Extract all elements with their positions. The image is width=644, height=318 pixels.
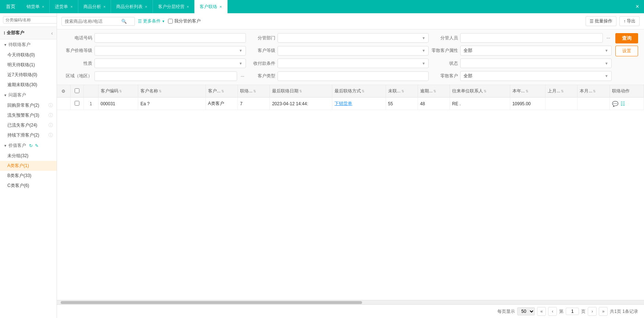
last-method-link[interactable]: 下销货单 (334, 101, 352, 106)
sidebar-item-class-a[interactable]: A类客户(1) (0, 161, 57, 171)
sidebar-item-class-b[interactable]: B类客户(33) (0, 171, 57, 181)
nav-tab-4[interactable]: 客户分层经营 × (153, 0, 194, 13)
query-button[interactable]: 查询 (615, 33, 638, 43)
export-button[interactable]: ↑ 导出 (619, 16, 640, 26)
dept-select[interactable]: ▼ (278, 33, 429, 43)
col-contact-count-header[interactable]: 联络...⇅ (237, 85, 269, 98)
row-this-year: 10995.00 (510, 98, 545, 110)
retail-attr-label: 零散客户属性 (429, 47, 458, 54)
close-icon-0[interactable]: × (42, 4, 44, 9)
col-code-header[interactable]: 客户编码⇅ (98, 85, 138, 98)
select-all-checkbox[interactable] (75, 88, 79, 93)
type-input[interactable] (278, 71, 429, 81)
nav-home[interactable]: 首页 (0, 0, 21, 13)
filter-more-button[interactable]: ☰ 更多条件 ▼ (138, 18, 165, 24)
my-customers-checkbox[interactable]: 我分管的客户 (168, 18, 201, 24)
col-contact-person-header[interactable]: 往来单位联系人⇅ (450, 85, 510, 98)
first-page-button[interactable]: « (537, 307, 546, 316)
col-last-method-header[interactable]: 最后联络方式⇅ (332, 85, 386, 98)
edit-icon[interactable]: ✎ (35, 143, 39, 148)
row-overdue: 48 (418, 98, 450, 110)
col-level-header[interactable]: 客户...⇅ (205, 85, 237, 98)
last-page-button[interactable]: » (599, 307, 608, 316)
setting-button[interactable]: 设置 (615, 46, 638, 56)
price-level-select[interactable]: ▼ (94, 46, 246, 56)
sidebar-item-overdue[interactable]: 逾期未联络(30) (0, 80, 57, 90)
nav-close-button[interactable]: × (631, 0, 644, 13)
close-icon-1[interactable]: × (70, 4, 72, 9)
sidebar-item-tomorrow[interactable]: 明天待联络(1) (0, 60, 57, 70)
row-gear (57, 98, 70, 110)
filter-cell-status: 状态 ▼ (429, 59, 612, 68)
sidebar-item-repurchase[interactable]: 回购异常客户(2) ⓘ (0, 100, 57, 110)
col-overdue-header[interactable]: 逾期...⇅ (418, 85, 450, 98)
retail-value: 全部 (464, 73, 472, 79)
chevron-down-icon-retail2: ▼ (605, 74, 608, 78)
nav-tab-0[interactable]: 销货单 × (21, 0, 50, 13)
page-number-input[interactable] (566, 308, 579, 315)
sidebar-item-churned[interactable]: 已流失客户(24) ⓘ (0, 120, 57, 130)
retail-attr-select[interactable]: 全部 ▼ (460, 46, 612, 56)
sidebar-item-today[interactable]: 今天待联络(0) (0, 50, 57, 60)
sidebar-section-pending[interactable]: ▼ 待联络客户 (0, 39, 57, 50)
sidebar-section-problem[interactable]: ▼ 问题客户 (0, 90, 57, 100)
col-last-date-header[interactable]: 最后联络日期⇅ (270, 85, 332, 98)
batch-operation-button[interactable]: ☰ 批量操作 (586, 16, 616, 26)
sidebar-item-7days[interactable]: 近7天待联络(0) (0, 70, 57, 80)
customer-level-select[interactable]: ▼ (278, 46, 429, 56)
region-ellipsis-button[interactable]: ··· (239, 74, 246, 79)
sidebar-section-value[interactable]: ▼ 价值客户 ↻ ✎ (0, 140, 57, 151)
close-icon-5[interactable]: × (219, 4, 222, 9)
gear-icon[interactable]: ⚙ (61, 89, 65, 94)
filter-cell-payment: 收付款条件 ▼ (246, 59, 429, 68)
sidebar-item-ungrouped[interactable]: 未分组(32) (0, 151, 57, 161)
retail-attr-value: 全部 (464, 47, 472, 54)
filter-row-2: 客户价格等级 ▼ 客户等级 ▼ (63, 46, 612, 56)
close-icon-3[interactable]: × (145, 4, 147, 9)
col-gear-header[interactable]: ⚙ (57, 85, 70, 98)
col-action-header: 联络动作 (609, 85, 644, 98)
status-select[interactable]: ▼ (460, 59, 612, 68)
filter-cell-customer-level: 客户等级 ▼ (246, 46, 429, 56)
per-page-select[interactable]: 50 (517, 307, 535, 315)
next-page-button[interactable]: › (588, 307, 597, 316)
row-select-checkbox[interactable] (75, 101, 79, 106)
horizontal-scrollbar[interactable] (57, 300, 644, 304)
sort-icon-level: ⇅ (221, 89, 224, 93)
my-customers-check[interactable] (168, 19, 173, 24)
nav-tab-2[interactable]: 商品分析 × (78, 0, 111, 13)
col-name-header[interactable]: 客户名称⇅ (138, 85, 206, 98)
close-icon-2[interactable]: × (103, 4, 105, 9)
region-input[interactable] (94, 71, 237, 81)
col-last-month-header[interactable]: 上月...⇅ (545, 85, 577, 98)
sidebar-item-churn-warning[interactable]: 流失预警客户(3) ⓘ (0, 110, 57, 120)
person-input[interactable] (460, 33, 603, 43)
col-uncontacted-header[interactable]: 未联...⇅ (386, 85, 418, 98)
phone-input[interactable] (94, 33, 246, 43)
nav-tab-5[interactable]: 客户联络 × (194, 0, 227, 13)
sidebar-search-input[interactable] (3, 16, 57, 24)
grid-action-icon[interactable]: ☷ (620, 101, 625, 107)
filter-cell-region: 区域（地区） ··· (63, 71, 246, 81)
row-this-month (577, 98, 609, 110)
retail-select[interactable]: 全部 ▼ (460, 71, 612, 81)
sidebar-item-class-c[interactable]: C类客户(6) (0, 181, 57, 191)
scroll-thumb[interactable] (61, 301, 362, 304)
refresh-icon[interactable]: ↻ (29, 143, 33, 148)
chevron-down-icon-payment: ▼ (422, 61, 425, 66)
person-ellipsis-button[interactable]: ··· (605, 35, 612, 40)
col-this-year-header[interactable]: 本年...⇅ (510, 85, 545, 98)
chat-icon[interactable]: 💬 (612, 101, 618, 107)
filter-search-input[interactable] (65, 19, 120, 24)
sidebar-collapse-button[interactable]: ‹ (51, 30, 53, 36)
sort-icon-date: ⇅ (299, 89, 302, 93)
sidebar-item-declining[interactable]: 持续下滑客户(2) ⓘ (0, 130, 57, 140)
col-this-month-header[interactable]: 本月...⇅ (577, 85, 609, 98)
filter-search-icon[interactable]: 🔍 (121, 19, 127, 24)
nav-tab-3[interactable]: 商品分析列表 × (111, 0, 153, 13)
nature-select[interactable]: ▼ (94, 59, 246, 68)
nav-tab-1[interactable]: 进货单 × (50, 0, 78, 13)
payment-select[interactable]: ▼ (278, 59, 429, 68)
close-icon-4[interactable]: × (187, 4, 189, 9)
prev-page-button[interactable]: ‹ (548, 307, 557, 316)
